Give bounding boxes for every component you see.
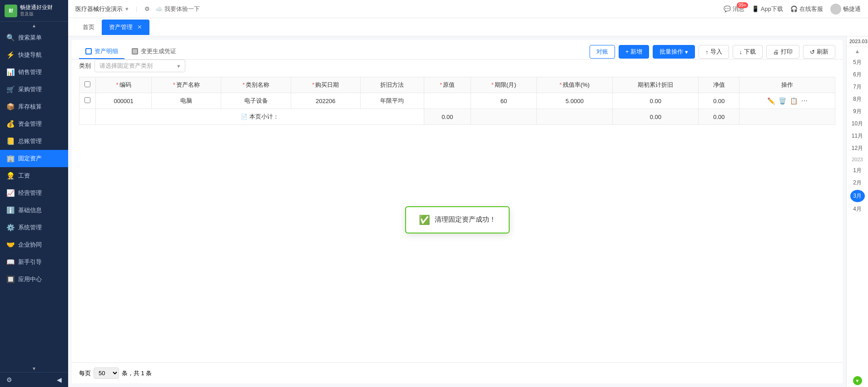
subtotal-row: 📄 本页小计： 0.00 0.00 0.00 <box>79 109 835 125</box>
right-panel-header: 2023.03 ✕ ⤢ <box>847 36 868 46</box>
sidebar-label-system: 系统管理 <box>18 223 42 232</box>
month-item-5[interactable]: 5月 <box>847 56 868 69</box>
header-name: *资产名称 <box>152 77 221 93</box>
message-button[interactable]: 💬 消息 99+ <box>724 5 744 13</box>
sidebar-item-inventory[interactable]: 📦 库存核算 <box>0 98 68 115</box>
month-item-11[interactable]: 11月 <box>847 130 868 142</box>
online-service-button[interactable]: 🎧 在线客服 <box>790 5 823 13</box>
tab-asset-mgmt[interactable]: 资产管理 ✕ <box>102 20 149 35</box>
row-residual-rate: 5.0000 <box>536 93 612 109</box>
per-page-label: 每页 <box>79 369 91 377</box>
sidebar-label-wage: 工资 <box>18 172 30 180</box>
company-name: 医疗器械行业演示 <box>75 5 123 13</box>
month-item-1[interactable]: 1月 <box>847 164 868 177</box>
month-item-12[interactable]: 12月 <box>847 142 868 154</box>
search-icon: 🔍 <box>6 34 15 42</box>
download-button[interactable]: ↓ 下载 <box>733 45 763 59</box>
online-service-label: 在线客服 <box>799 5 823 13</box>
table-header-row: *编码 *资产名称 *类别名称 *购买日期 折旧方法 *原值 *期限(月) *残… <box>79 77 835 93</box>
quick-nav-icon: ⚡ <box>6 51 15 59</box>
select-all-checkbox[interactable] <box>84 81 90 87</box>
app-center-icon: 🔲 <box>6 275 15 283</box>
more-icon[interactable]: ⋯ <box>801 97 808 104</box>
sidebar-item-cooperation[interactable]: 🤝 企业协同 <box>0 236 68 253</box>
batch-button[interactable]: 批量操作 ▾ <box>653 45 695 59</box>
sidebar-item-search[interactable]: 🔍 搜索菜单 <box>0 29 68 46</box>
sidebar-label-operations: 经营管理 <box>18 189 42 197</box>
sidebar-label-app-center: 应用中心 <box>18 275 42 283</box>
subtotal-label: 本页小计： <box>249 113 279 120</box>
toast-message: 清理固定资产成功！ <box>435 215 496 224</box>
row-checkbox-cell <box>79 93 96 109</box>
month-scroll-up[interactable]: ▲ <box>847 46 868 56</box>
hint-area[interactable]: ☁️ 我要体验一下 <box>155 5 200 13</box>
purchase-icon: 🛒 <box>6 85 15 94</box>
month-item-3-active[interactable]: 3月 <box>850 190 865 202</box>
subtotal-empty-3 <box>739 109 835 125</box>
tab-home[interactable]: 首页 <box>75 20 102 35</box>
company-selector[interactable]: 医疗器械行业演示 ▾ <box>75 5 129 13</box>
month-scroll-down[interactable]: ▼ <box>847 374 868 387</box>
import-label: 导入 <box>710 48 722 56</box>
row-name: 电脑 <box>152 93 221 109</box>
tab-asset-mgmt-label: 资产管理 <box>109 24 133 30</box>
add-button[interactable]: + 新增 <box>619 45 649 59</box>
copy-icon[interactable]: 📋 <box>790 97 798 104</box>
month-item-9[interactable]: 9月 <box>847 105 868 118</box>
sidebar-item-quick-nav[interactable]: ⚡ 快捷导航 <box>0 46 68 64</box>
sidebar-item-basic-info[interactable]: ℹ️ 基础信息 <box>0 202 68 219</box>
month-item-7[interactable]: 7月 <box>847 81 868 93</box>
success-check-icon: ✅ <box>419 214 430 225</box>
month-item-10[interactable]: 10月 <box>847 118 868 130</box>
month-item-4[interactable]: 4月 <box>847 203 868 215</box>
topbar: 医疗器械行业演示 ▾ | ⚙ ☁️ 我要体验一下 💬 消息 99+ 📱 App下… <box>68 0 868 18</box>
sidebar-item-ledger[interactable]: 📒 总账管理 <box>0 133 68 150</box>
message-badge: 99+ <box>737 2 748 8</box>
sidebar-item-app-center[interactable]: 🔲 应用中心 <box>0 271 68 288</box>
sidebar-scroll-up[interactable]: ▲ <box>0 22 68 29</box>
sidebar-item-sales[interactable]: 📊 销售管理 <box>0 64 68 81</box>
row-checkbox[interactable] <box>84 97 90 103</box>
month-item-8[interactable]: 8月 <box>847 93 868 105</box>
reconcile-button[interactable]: 对账 <box>590 45 615 59</box>
header-depreciation: 折旧方法 <box>360 77 424 93</box>
subtotal-empty-2 <box>536 109 612 125</box>
sub-tab-asset-detail-label: 资产明细 <box>94 47 118 55</box>
edit-icon[interactable]: ✏️ <box>767 97 775 104</box>
sidebar-item-finance[interactable]: 💰 资金管理 <box>0 115 68 133</box>
month-item-2[interactable]: 2月 <box>847 177 868 189</box>
collapse-icon[interactable]: ◀ <box>57 376 62 383</box>
subtotal-initial: 0.00 <box>613 109 699 125</box>
sidebar-item-system[interactable]: ⚙️ 系统管理 <box>0 219 68 236</box>
sidebar-item-guide[interactable]: 📖 新手引导 <box>0 253 68 271</box>
app-logo-icon: 财 <box>5 5 17 17</box>
sidebar-item-operations[interactable]: 📈 经营管理 <box>0 184 68 202</box>
tab-close-icon[interactable]: ✕ <box>137 24 142 30</box>
row-actions: ✏️ 🗑️ 📋 ⋯ <box>739 93 835 109</box>
print-button[interactable]: 🖨 打印 <box>766 45 799 59</box>
settings-gear-icon[interactable]: ⚙ <box>144 5 150 12</box>
user-name: 畅捷通 <box>843 5 861 13</box>
scroll-down-circle: ▼ <box>853 376 862 385</box>
cloud-icon: ☁️ <box>155 5 163 12</box>
app-download-button[interactable]: 📱 App下载 <box>752 5 783 13</box>
subtotal-original: 0.00 <box>424 109 471 125</box>
sidebar-item-wage[interactable]: 👷 工资 <box>0 167 68 184</box>
filter-select[interactable]: 请选择固定资产类别 ▾ <box>94 60 185 72</box>
sidebar-scroll-down[interactable]: ▼ <box>0 365 68 372</box>
month-item-6[interactable]: 6月 <box>847 69 868 81</box>
sidebar-item-purchase[interactable]: 🛒 采购管理 <box>0 81 68 98</box>
sidebar-label-cooperation: 企业协同 <box>18 241 42 249</box>
right-panel: 2023.03 ✕ ⤢ ▲ 5月 6月 7月 8月 9月 10月 11月 12月… <box>846 36 868 387</box>
sidebar-item-fixed-assets[interactable]: 🏢 固定资产 <box>0 150 68 167</box>
sub-tab-change-voucher[interactable]: 变更生成凭证 <box>125 45 183 59</box>
delete-icon[interactable]: 🗑️ <box>779 97 786 104</box>
per-page-select[interactable]: 50 100 200 <box>94 367 119 379</box>
row-depreciation-method: 年限平均 <box>360 93 424 109</box>
row-initial-accum: 0.00 <box>613 93 699 109</box>
settings-icon[interactable]: ⚙ <box>6 376 12 383</box>
user-menu[interactable]: 畅捷通 <box>830 4 861 15</box>
sub-tab-asset-detail[interactable]: 资产明细 <box>79 45 124 59</box>
import-button[interactable]: ↑ 导入 <box>699 45 729 59</box>
refresh-button[interactable]: ↺ 刷新 <box>803 45 835 59</box>
